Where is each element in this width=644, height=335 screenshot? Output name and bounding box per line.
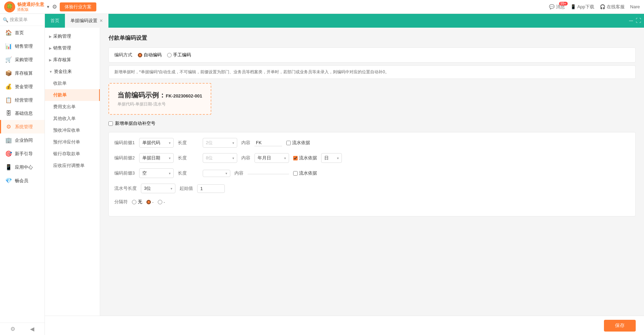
search-icon: 🔍 xyxy=(3,17,8,22)
sidebar-item-enterprise[interactable]: 🏢 企业协同 xyxy=(0,133,45,147)
content-2-select[interactable]: 年月日 ▾ xyxy=(254,153,289,163)
serial-basis-3-item[interactable]: 流水依据 xyxy=(293,170,317,176)
separator-dot-option[interactable]: · xyxy=(158,199,165,205)
serial-basis-2-period-select[interactable]: 日 ▾ xyxy=(321,153,342,163)
collapse-icon[interactable]: ◀ xyxy=(30,326,34,332)
auto-encode-option[interactable]: 自动编码 xyxy=(138,52,162,58)
app-download-button[interactable]: 📱 App下载 xyxy=(570,4,594,10)
serial-basis-2-item[interactable]: 流水依据 xyxy=(293,155,317,161)
sub-sidebar: ▶ 采购管理 ▶ 销售管理 ▶ 库存核算 xyxy=(45,28,100,316)
sub-item-prepaid-payable[interactable]: 预付冲应付单 xyxy=(45,136,100,148)
auto-fill-label: 新增单据自动补空号 xyxy=(115,120,155,127)
content-2-label: 内容 xyxy=(241,155,250,161)
sidebar-item-newbie[interactable]: 🎯 新手引导 xyxy=(0,147,45,160)
serial-basis-1-checkbox[interactable] xyxy=(286,141,291,145)
sidebar-search[interactable]: 🔍 搜索菜单 xyxy=(0,14,45,26)
length-1-select[interactable]: 2位 ▾ xyxy=(203,138,237,148)
sub-group-inventory-header[interactable]: ▶ 库存核算 xyxy=(45,54,100,66)
sidebar-label-newbie: 新手引导 xyxy=(15,151,33,157)
logo-edition: 搭配版 xyxy=(17,7,44,12)
tab-bar: 首页 单据编码设置 ✕ ─ ⛶ xyxy=(45,14,644,28)
top-bar-right: 💬 消息 99+ 📱 App下载 🎧 在线客服 Nare xyxy=(549,4,640,10)
online-service-button[interactable]: 🎧 在线客服 xyxy=(600,4,625,10)
serial-basis-2-checkbox[interactable] xyxy=(293,156,298,160)
manual-encode-option[interactable]: 手工编码 xyxy=(167,52,191,58)
sub-item-expense[interactable]: 费用支出单 xyxy=(45,101,100,113)
sidebar-item-basic[interactable]: 🗄 基础信息 xyxy=(0,107,45,120)
settings-icon[interactable]: ⚙ xyxy=(52,3,57,10)
tab-minimize-icon[interactable]: ─ xyxy=(629,18,633,24)
sub-group-sales: ▶ 销售管理 xyxy=(45,42,100,54)
sidebar-item-finance[interactable]: 💰 资金管理 xyxy=(0,80,45,93)
start-value-input[interactable] xyxy=(197,184,225,193)
prefix-3-label: 编码前缀3 xyxy=(114,170,135,176)
sidebar-item-app-center[interactable]: 📱 应用中心 xyxy=(0,160,45,174)
sidebar-bottom: ⚙ ◀ xyxy=(0,323,45,335)
sidebar-label-sales: 销售管理 xyxy=(15,43,33,49)
serial-basis-3-checkbox[interactable] xyxy=(293,171,298,176)
sub-group-sales-header[interactable]: ▶ 销售管理 xyxy=(45,42,100,54)
chevron-down-icon: ▼ xyxy=(49,70,52,74)
sidebar-item-sales[interactable]: 📊 销售管理 xyxy=(0,39,45,53)
manual-encode-radio[interactable] xyxy=(167,53,172,57)
top-bar-controls: ▾ ⚙ 体验行业方案 xyxy=(47,2,96,11)
prefix-2-select[interactable]: 单据日期 ▾ xyxy=(139,153,174,163)
newbie-icon: 🎯 xyxy=(5,150,12,157)
sub-item-payment[interactable]: 付款单 xyxy=(45,89,100,101)
separator-dash-option[interactable]: · xyxy=(146,199,154,205)
serial-length-value: 3位 xyxy=(144,185,151,192)
sidebar-item-operations[interactable]: 📋 经营管理 xyxy=(0,93,45,107)
app-download-icon: 📱 xyxy=(570,4,576,9)
separator-dot-radio[interactable] xyxy=(158,200,162,204)
messages-button[interactable]: 💬 消息 99+ xyxy=(549,4,565,10)
content-3-label: 内容 xyxy=(234,170,243,176)
tab-maximize-icon[interactable]: ⛶ xyxy=(636,18,641,24)
sub-group-purchase-header[interactable]: ▶ 采购管理 xyxy=(45,30,100,42)
sub-item-receipt[interactable]: 收款单 xyxy=(45,77,100,89)
start-value-label: 起始值 xyxy=(180,185,193,192)
top-bar: 🍀 畅捷通好生意 搭配版 ▾ ⚙ 体验行业方案 💬 消息 99+ 📱 App下载… xyxy=(0,0,644,14)
online-service-label: 在线客服 xyxy=(607,4,625,10)
length-2-select[interactable]: 8位 ▾ xyxy=(203,153,237,163)
prefix-3-select[interactable]: 空 ▾ xyxy=(139,168,174,178)
serial-basis-1-item[interactable]: 流水依据 xyxy=(286,140,310,146)
sub-group-sales-label: 销售管理 xyxy=(53,45,71,51)
chevron-down-serial-len: ▾ xyxy=(171,187,172,190)
tab-home[interactable]: 首页 xyxy=(45,14,65,28)
sidebar-item-home[interactable]: 🏠 首页 xyxy=(0,26,45,39)
solution-button[interactable]: 体验行业方案 xyxy=(60,2,96,11)
save-button[interactable]: 保存 xyxy=(604,320,636,332)
sidebar-item-inventory[interactable]: 📦 库存核算 xyxy=(0,66,45,80)
serial-basis-2-period-value: 日 xyxy=(324,155,329,161)
separator-none-radio[interactable] xyxy=(132,200,136,204)
prefix-2-label: 编码前缀2 xyxy=(114,155,135,161)
auto-encode-radio[interactable] xyxy=(138,53,142,57)
separator-none-option[interactable]: 无 xyxy=(132,199,142,205)
separator-dash-radio[interactable] xyxy=(146,200,151,204)
sub-item-ar-ap-adjust[interactable]: 应收应付调整单 xyxy=(45,160,100,171)
tab-serial-settings[interactable]: 单据编码设置 ✕ xyxy=(65,14,108,28)
sub-group-capital-header[interactable]: ▼ 资金往来 xyxy=(45,66,100,77)
sidebar-item-member[interactable]: 💎 畅会员 xyxy=(0,174,45,187)
user-menu[interactable]: Nare xyxy=(630,4,640,9)
length-3-select[interactable]: ▾ xyxy=(203,170,230,177)
length-2-value: 8位 xyxy=(206,155,213,161)
sub-item-bank-deposit[interactable]: 银行存取款单 xyxy=(45,148,100,160)
enterprise-icon: 🏢 xyxy=(5,137,12,143)
sidebar-item-system[interactable]: ⚙ 系统管理 xyxy=(0,120,45,133)
manual-encode-label: 手工编码 xyxy=(173,52,191,58)
serial-length-select[interactable]: 3位 ▾ xyxy=(141,184,175,193)
username: Nare xyxy=(630,4,640,9)
code-preview-box: 当前编码示例：FK-20230602-001 单据代码-单据日期-流水号 xyxy=(108,83,211,115)
sidebar-item-purchase[interactable]: 🛒 采购管理 xyxy=(0,53,45,66)
sub-item-other-income[interactable]: 其他收入单 xyxy=(45,113,100,124)
prefix-2-value: 单据日期 xyxy=(142,155,160,161)
tab-close-icon[interactable]: ✕ xyxy=(99,18,103,23)
workspace-dropdown[interactable]: ▾ xyxy=(47,4,49,9)
settings-bottom-icon[interactable]: ⚙ xyxy=(10,326,15,332)
sub-item-prepaid-receivable[interactable]: 预收冲应收单 xyxy=(45,124,100,136)
sub-group-capital-label: 资金往来 xyxy=(54,68,72,75)
sales-icon: 📊 xyxy=(5,43,12,49)
auto-fill-checkbox[interactable] xyxy=(108,121,113,126)
prefix-1-select[interactable]: 单据代码 ▾ xyxy=(139,138,174,148)
